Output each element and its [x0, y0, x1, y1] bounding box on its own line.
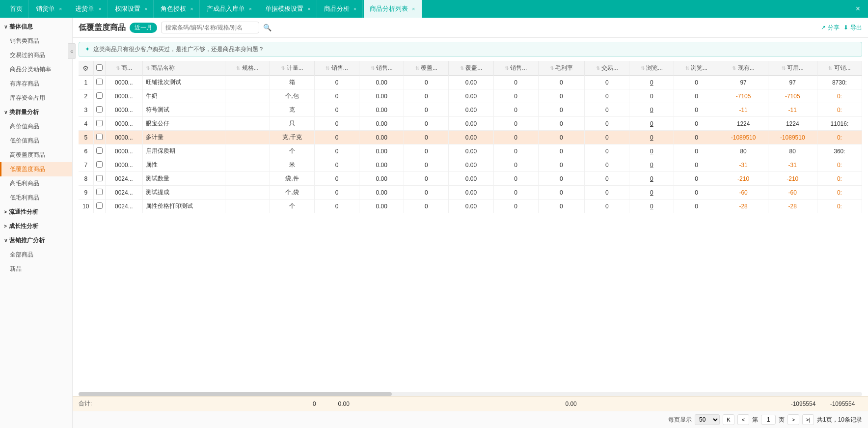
page-number-input[interactable] — [761, 415, 776, 425]
row-checkbox[interactable] — [93, 200, 105, 213]
last-page-button[interactable]: >| — [802, 414, 814, 425]
sidebar-group-marketing[interactable]: ∨ 营销推广分析 — [0, 233, 72, 248]
sidebar-item-sales-products[interactable]: 销售类商品 — [0, 34, 72, 48]
nav-tab-8[interactable]: 商品分析列表 × — [364, 0, 421, 18]
col-sales2[interactable]: ⇅ 销售... — [359, 61, 404, 76]
nav-tab-5-close[interactable]: × — [249, 6, 252, 12]
next-page-button[interactable]: > — [787, 414, 799, 425]
nav-tab-4-close[interactable]: × — [190, 6, 193, 12]
col-sales3[interactable]: ⇅ 销售... — [493, 61, 538, 76]
col-coverage2[interactable]: ⇅ 覆盖... — [449, 61, 493, 76]
row-browse1[interactable]: 0 — [629, 172, 674, 186]
sidebar-item-all-products[interactable]: 全部商品 — [0, 248, 72, 262]
row-checkbox[interactable] — [93, 186, 105, 200]
row-name[interactable]: 符号测试 — [143, 103, 225, 117]
col-stock1[interactable]: ⇅ 现有... — [719, 61, 768, 76]
sidebar-group-liquidity[interactable]: > 流通性分析 — [0, 205, 72, 219]
col-tx[interactable]: ⇅ 交易... — [585, 61, 629, 76]
sidebar-group-overall[interactable]: ∨ 整体信息 — [0, 20, 72, 34]
row-checkbox[interactable] — [93, 76, 105, 89]
row-browse1[interactable]: 0 — [629, 117, 674, 131]
page-size-select[interactable]: 50 20 100 — [695, 414, 720, 425]
nav-tab-1[interactable]: 销货单 × — [30, 0, 68, 18]
row-checkbox[interactable] — [93, 103, 105, 117]
row-browse1[interactable]: 0 — [629, 89, 674, 103]
scrollbar-thumb[interactable] — [79, 392, 392, 396]
nav-tab-home[interactable]: 首页 — [4, 0, 29, 18]
share-button[interactable]: ↗ 分享 — [821, 24, 840, 32]
sidebar-item-low-margin[interactable]: 低毛利商品 — [0, 191, 72, 205]
nav-tab-7[interactable]: 商品分析 × — [318, 0, 363, 18]
nav-tab-1-close[interactable]: × — [59, 6, 62, 12]
row-browse1[interactable]: 0 — [629, 103, 674, 117]
col-sales1[interactable]: ⇅ 销售... — [315, 61, 359, 76]
row-name[interactable]: 测试提成 — [143, 186, 225, 200]
col-spec[interactable]: ⇅ 规格... — [225, 61, 270, 76]
row-name[interactable]: 测试数量 — [143, 172, 225, 186]
row-checkbox[interactable] — [93, 89, 105, 103]
sidebar-collapse-button[interactable]: « — [68, 43, 76, 59]
sidebar-item-high-coverage[interactable]: 高覆盖度商品 — [0, 148, 72, 162]
row-name[interactable]: 眼宝公仔 — [143, 117, 225, 131]
row-browse1[interactable]: 0 — [629, 186, 674, 200]
row-checkbox[interactable] — [93, 131, 105, 144]
sidebar-item-stock-capital[interactable]: 库存资金占用 — [0, 91, 72, 105]
nav-tab-2-close[interactable]: × — [98, 6, 101, 12]
row-checkbox[interactable] — [93, 158, 105, 172]
sidebar-item-in-stock[interactable]: 有库存商品 — [0, 77, 72, 91]
col-checkbox[interactable] — [93, 61, 105, 76]
time-filter-button[interactable]: 近一月 — [130, 23, 157, 33]
row-browse1[interactable]: 0 — [629, 76, 674, 89]
row-browse1[interactable]: 0 — [629, 200, 674, 213]
col-name[interactable]: ⇅ 商品名称 — [143, 61, 225, 76]
row-checkbox[interactable] — [93, 172, 105, 186]
sidebar-item-traded-products[interactable]: 交易过的商品 — [0, 48, 72, 62]
col-gear[interactable]: ⚙ — [79, 61, 93, 76]
export-button[interactable]: ⬇ 导出 — [843, 24, 862, 32]
horizontal-scrollbar[interactable] — [79, 392, 862, 396]
col-coverage1[interactable]: ⇅ 覆盖... — [404, 61, 449, 76]
gear-icon[interactable]: ⚙ — [82, 64, 89, 72]
col-browse1[interactable]: ⇅ 浏览... — [629, 61, 674, 76]
nav-tab-4[interactable]: 角色授权 × — [155, 0, 199, 18]
sidebar-item-high-value[interactable]: 高价值商品 — [0, 119, 72, 134]
nav-tab-2[interactable]: 进货单 × — [69, 0, 108, 18]
nav-tab-5[interactable]: 产成品入库单 × — [201, 0, 258, 18]
row-name[interactable]: 属性价格打印测试 — [143, 200, 225, 213]
row-name[interactable]: 启用保质期 — [143, 144, 225, 158]
nav-tab-6[interactable]: 单据模板设置 × — [259, 0, 317, 18]
row-checkbox[interactable] — [93, 117, 105, 131]
col-margin[interactable]: ⇅ 毛利率 — [538, 61, 584, 76]
sidebar-item-high-margin[interactable]: 高毛利商品 — [0, 176, 72, 191]
row-browse1[interactable]: 0 — [629, 158, 674, 172]
first-page-button[interactable]: K — [723, 414, 734, 425]
col-code[interactable]: ⇅ 商... — [105, 61, 143, 76]
col-browse2[interactable]: ⇅ 浏览... — [674, 61, 719, 76]
sidebar-item-low-value[interactable]: 低价值商品 — [0, 134, 72, 148]
nav-tab-8-close[interactable]: × — [412, 6, 415, 12]
nav-tab-7-close[interactable]: × — [353, 6, 356, 12]
sidebar-item-category-rate[interactable]: 商品分类动销率 — [0, 62, 72, 77]
sidebar-group-growth[interactable]: > 成长性分析 — [0, 219, 72, 233]
prev-page-button[interactable]: < — [737, 414, 749, 425]
row-name[interactable]: 多计量 — [143, 131, 225, 144]
row-browse1[interactable]: 0 — [629, 144, 674, 158]
row-checkbox[interactable] — [93, 144, 105, 158]
window-close-button[interactable]: × — [852, 4, 864, 13]
nav-tab-3-close[interactable]: × — [144, 6, 147, 12]
nav-tab-3[interactable]: 权限设置 × — [109, 0, 154, 18]
col-stock2[interactable]: ⇅ 可用... — [768, 61, 817, 76]
select-all-checkbox[interactable] — [96, 64, 103, 71]
row-name[interactable]: 属性 — [143, 158, 225, 172]
row-name[interactable]: 旺铺批次测试 — [143, 76, 225, 89]
sidebar-item-low-coverage[interactable]: 低覆盖度商品 — [0, 162, 72, 176]
col-stock3[interactable]: ⇅ 可销... — [817, 61, 862, 76]
row-name[interactable]: 牛奶 — [143, 89, 225, 103]
search-icon[interactable]: 🔍 — [263, 24, 271, 31]
sidebar-group-category[interactable]: ∨ 类群量分析 — [0, 105, 72, 119]
row-browse1[interactable]: 0 — [629, 131, 674, 144]
col-unit[interactable]: ⇅ 计量... — [270, 61, 314, 76]
sidebar-item-new-products[interactable]: 新品 — [0, 262, 72, 276]
nav-tab-6-close[interactable]: × — [307, 6, 310, 12]
search-input[interactable] — [161, 22, 259, 33]
